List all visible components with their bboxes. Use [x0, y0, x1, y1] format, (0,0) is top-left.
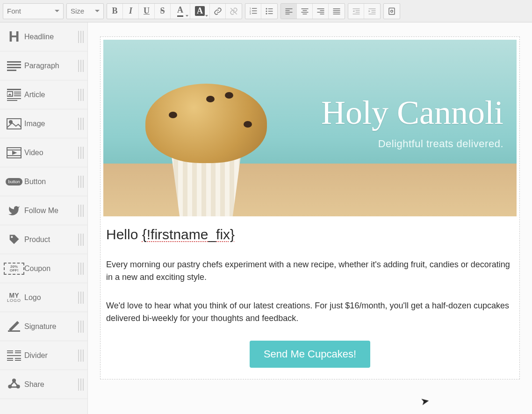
editor-canvas-area: Holy Cannoli Delightful treats delivered…: [88, 22, 532, 414]
underline-button[interactable]: U: [139, 4, 155, 19]
article-icon: [4, 89, 24, 101]
paragraph-1[interactable]: Every morning our pastry chefs experimen…: [106, 258, 514, 284]
align-left-icon: [285, 7, 293, 15]
unlink-icon: [230, 7, 238, 15]
chevron-down-icon: [55, 10, 59, 12]
bold-button[interactable]: B: [107, 4, 123, 19]
sidebar-item-label: Follow Me: [24, 207, 78, 215]
svg-rect-18: [302, 10, 307, 11]
svg-rect-13: [285, 8, 292, 9]
drag-handle-icon: [78, 89, 84, 101]
formatting-toolbar: Font Size B I U S A A: [0, 0, 532, 22]
svg-rect-66: [7, 355, 21, 356]
sidebar-item-label: Divider: [24, 351, 78, 360]
align-right-button[interactable]: [313, 4, 329, 19]
sidebar-item-product[interactable]: Product: [0, 225, 87, 254]
drag-handle-icon: [78, 118, 84, 130]
text-color-button[interactable]: A: [171, 4, 190, 19]
sidebar-item-label: Product: [24, 236, 78, 244]
sidebar-item-divider[interactable]: Divider: [0, 341, 87, 370]
sidebar-item-followme[interactable]: Follow Me: [0, 196, 87, 225]
svg-rect-29: [352, 8, 359, 9]
strikethrough-button[interactable]: S: [155, 4, 171, 19]
strikethrough-icon: S: [160, 6, 165, 16]
link-button[interactable]: [210, 4, 226, 19]
drag-handle-icon: [78, 147, 84, 159]
sidebar-item-button[interactable]: button Button: [0, 167, 87, 196]
svg-rect-36: [372, 12, 376, 13]
sidebar-item-label: Article: [24, 91, 78, 99]
svg-rect-43: [7, 67, 21, 68]
svg-rect-10: [268, 8, 273, 9]
email-body[interactable]: Hello {!firstname_fix} Every morning our…: [103, 216, 517, 376]
svg-rect-63: [7, 352, 13, 353]
align-left-button[interactable]: [281, 4, 297, 19]
sidebar-item-share[interactable]: Share: [0, 370, 87, 399]
paragraph-2[interactable]: We'd love to hear what you think of our …: [106, 300, 514, 325]
italic-button[interactable]: I: [123, 4, 139, 19]
hero-text: Holy Cannoli Delightful treats delivered…: [321, 96, 503, 150]
source-button[interactable]: [384, 4, 400, 19]
align-justify-button[interactable]: [329, 4, 345, 19]
svg-rect-30: [355, 10, 359, 11]
svg-rect-14: [285, 10, 289, 11]
svg-rect-4: [252, 8, 257, 9]
font-select[interactable]: Font: [3, 3, 64, 19]
tag-icon: [4, 233, 24, 246]
svg-rect-26: [333, 10, 340, 11]
email-canvas[interactable]: Holy Cannoli Delightful treats delivered…: [100, 36, 520, 379]
unordered-list-button[interactable]: [261, 4, 277, 19]
drag-handle-icon: [78, 205, 84, 217]
sidebar-item-video[interactable]: Video: [0, 138, 87, 167]
svg-point-9: [266, 13, 267, 14]
svg-rect-69: [15, 358, 21, 359]
svg-point-8: [266, 10, 267, 12]
svg-rect-25: [333, 8, 340, 9]
svg-rect-42: [7, 64, 21, 65]
indent-button[interactable]: [364, 4, 380, 19]
svg-rect-70: [15, 360, 21, 361]
align-center-button[interactable]: [297, 4, 313, 19]
svg-point-40: [391, 10, 393, 12]
sidebar-item-article[interactable]: Article: [0, 80, 87, 109]
ordered-list-icon: 123: [249, 7, 258, 15]
indent-group: [348, 3, 381, 19]
svg-rect-21: [317, 8, 324, 9]
svg-rect-17: [301, 8, 308, 9]
chevron-down-icon: [95, 10, 100, 12]
button-icon: button: [4, 178, 24, 186]
drag-handle-icon: [78, 321, 84, 333]
outdent-button[interactable]: [348, 4, 364, 19]
indent-icon: [368, 7, 376, 15]
unlink-button[interactable]: [226, 4, 242, 19]
sidebar-item-headline[interactable]: H Headline: [0, 22, 87, 51]
drag-handle-icon: [78, 60, 84, 72]
svg-marker-38: [369, 10, 371, 12]
svg-marker-33: [352, 10, 354, 12]
text-color-icon: A: [177, 5, 183, 17]
align-right-icon: [316, 7, 325, 15]
bold-icon: B: [112, 6, 117, 16]
svg-rect-31: [355, 12, 359, 13]
logo-icon: MY LOGO: [4, 292, 24, 303]
sidebar-item-image[interactable]: Image: [0, 109, 87, 138]
svg-point-59: [11, 236, 13, 238]
svg-rect-20: [302, 14, 307, 14]
sidebar-item-paragraph[interactable]: Paragraph: [0, 51, 87, 80]
workspace: H Headline Paragraph Article Image: [0, 22, 532, 414]
size-select[interactable]: Size: [66, 3, 104, 19]
hero-image-block[interactable]: Holy Cannoli Delightful treats delivered…: [103, 40, 517, 216]
svg-rect-37: [369, 14, 376, 14]
svg-point-71: [13, 379, 15, 381]
hero-tagline: Delightful treats delivered.: [321, 138, 503, 150]
ordered-list-button[interactable]: 123: [245, 4, 261, 19]
sidebar-item-label: Share: [24, 380, 78, 389]
sidebar-item-coupon[interactable]: 20% OFF! Coupon: [0, 254, 87, 283]
svg-rect-65: [15, 352, 21, 353]
cta-button[interactable]: Send Me Cupcakes!: [250, 341, 370, 368]
bg-color-button[interactable]: A: [190, 4, 210, 19]
greeting-heading[interactable]: Hello {!firstname_fix}: [106, 227, 514, 243]
svg-rect-41: [7, 61, 21, 63]
sidebar-item-signature[interactable]: Signature: [0, 312, 87, 341]
sidebar-item-logo[interactable]: MY LOGO Logo: [0, 283, 87, 312]
